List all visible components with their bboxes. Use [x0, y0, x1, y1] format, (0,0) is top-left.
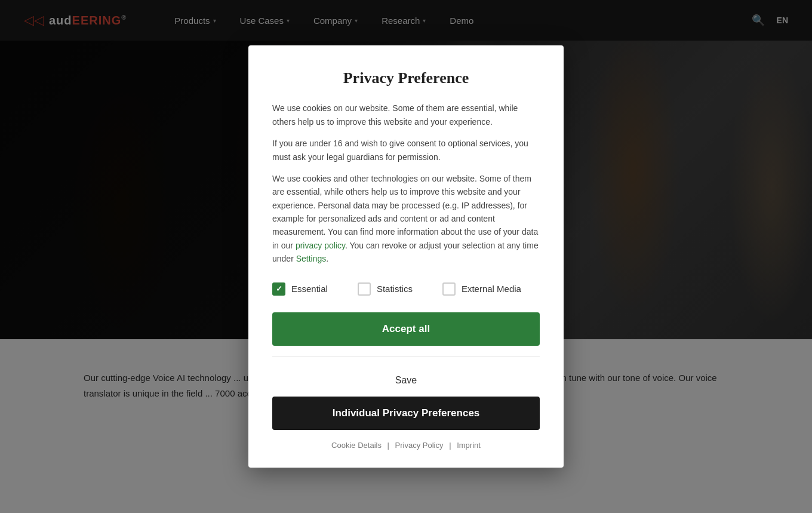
essential-checkbox[interactable] — [272, 282, 285, 296]
modal-title: Privacy Preference — [272, 69, 540, 87]
statistics-checkbox[interactable] — [358, 282, 371, 296]
accept-all-button[interactable]: Accept all — [272, 312, 540, 346]
modal-overlay: Privacy Preference We use cookies on our… — [0, 0, 812, 513]
statistics-label: Statistics — [377, 284, 413, 294]
modal-para2: If you are under 16 and wish to give con… — [272, 137, 540, 164]
privacy-policy-footer-link[interactable]: Privacy Policy — [395, 441, 444, 450]
modal-footer: Cookie Details | Privacy Policy | Imprin… — [272, 441, 540, 450]
essential-label: Essential — [291, 284, 328, 294]
consent-checkboxes: Essential Statistics External Media — [272, 282, 540, 296]
privacy-preference-modal: Privacy Preference We use cookies on our… — [248, 45, 564, 467]
settings-link[interactable]: Settings — [296, 254, 327, 263]
modal-para3: We use cookies and other technologies on… — [272, 172, 540, 266]
footer-separator-1: | — [387, 441, 389, 450]
imprint-link[interactable]: Imprint — [457, 441, 481, 450]
external-media-checkbox-item[interactable]: External Media — [442, 282, 521, 296]
external-media-checkbox[interactable] — [442, 282, 456, 296]
cookie-details-link[interactable]: Cookie Details — [331, 441, 382, 450]
save-button[interactable]: Save — [272, 367, 540, 394]
individual-privacy-preferences-button[interactable]: Individual Privacy Preferences — [272, 397, 540, 430]
footer-separator-2: | — [449, 441, 451, 450]
modal-para1: We use cookies on our website. Some of t… — [272, 102, 540, 128]
privacy-policy-link[interactable]: privacy policy — [296, 241, 345, 250]
essential-checkbox-item[interactable]: Essential — [272, 282, 328, 296]
modal-divider — [272, 357, 540, 357]
external-media-label: External Media — [462, 284, 521, 294]
statistics-checkbox-item[interactable]: Statistics — [358, 282, 413, 296]
